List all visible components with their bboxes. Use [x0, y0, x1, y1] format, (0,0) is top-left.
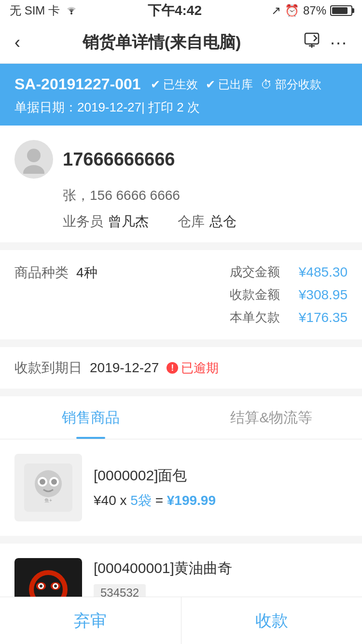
order-number: SA-20191227-001 [14, 75, 141, 93]
received-row: 收款金额 ¥308.95 [230, 286, 348, 303]
back-button[interactable]: ‹ [14, 32, 20, 53]
warehouse-item: 仓库 总仓 [178, 212, 237, 231]
price-base-1: ¥40 x [94, 493, 130, 508]
status-right: ↗ ⏰ 87% [271, 4, 352, 17]
svg-point-0 [70, 13, 72, 14]
type-count: 4种 [76, 264, 97, 282]
battery-icon [330, 5, 352, 16]
list-item: 鱼+ [0000002]面包 ¥40 x 5袋 = ¥199.99 [0, 439, 362, 536]
sales-rep-value: 曾凡杰 [108, 212, 149, 231]
due-date: 2019-12-27 [90, 360, 159, 376]
price-eq-1: = [152, 493, 167, 508]
svg-point-18 [40, 585, 42, 588]
svg-point-2 [27, 149, 41, 162]
amount-label: 成交金额 [230, 264, 280, 280]
svg-point-19 [54, 585, 57, 588]
product-info-1: [0000002]面包 ¥40 x 5袋 = ¥199.99 [94, 466, 348, 510]
nav-actions: ··· [303, 31, 348, 53]
customer-row: 17666666666 [14, 140, 348, 179]
svg-point-8 [40, 479, 45, 485]
share-button[interactable] [303, 31, 320, 53]
tabs-bar: 销售商品 结算&物流等 [0, 396, 362, 439]
price-total-1: ¥199.99 [167, 493, 216, 508]
product-name-1: [0000002]面包 [94, 466, 348, 486]
tab-underline [76, 437, 105, 439]
header-banner: SA-20191227-001 ✔ 已生效 ✔ 已出库 ⏱ 部分收款 单据日期：… [0, 64, 362, 126]
check-icon-2: ✔ [206, 78, 215, 91]
collect-label: 收款 [255, 610, 288, 632]
owe-row: 本单欠款 ¥176.35 [230, 309, 348, 326]
avatar [14, 140, 53, 179]
customer-phone: 17666666666 [63, 149, 175, 170]
status-badges: ✔ 已生效 ✔ 已出库 ⏱ 部分收款 [151, 77, 321, 92]
status-badge-effective: ✔ 已生效 [151, 77, 198, 92]
owe-value: ¥176.35 [290, 310, 348, 325]
summary-left: 商品种类 4种 [14, 264, 97, 282]
tab-products[interactable]: 销售商品 [0, 396, 181, 439]
warehouse-label: 仓库 [178, 212, 205, 231]
svg-text:鱼+: 鱼+ [44, 498, 52, 503]
location-icon: ↗ [271, 4, 281, 17]
summary-section: 商品种类 4种 成交金额 ¥485.30 收款金额 ¥308.95 本单欠款 ¥… [0, 250, 362, 339]
warehouse-value: 总仓 [209, 212, 237, 231]
page-title: 销货单详情(来自电脑) [83, 31, 241, 54]
owe-label: 本单欠款 [230, 309, 280, 326]
reject-button[interactable]: 弃审 [0, 597, 181, 644]
wifi-icon [65, 4, 78, 17]
overdue-icon: ! [167, 362, 178, 374]
product-thumb-1: 鱼+ [14, 454, 82, 521]
reject-label: 弃审 [74, 610, 107, 632]
amount-value: ¥485.30 [290, 265, 348, 280]
svg-point-9 [51, 479, 57, 485]
header-date: 单据日期：2019-12-27| 打印 2 次 [14, 99, 348, 116]
bottom-bar: 弃审 收款 [0, 597, 362, 644]
tab-settlement[interactable]: 结算&物流等 [181, 396, 362, 439]
no-sim-text: 无 SIM 卡 [10, 3, 60, 18]
more-button[interactable]: ··· [330, 32, 348, 53]
overdue-text: 已逾期 [181, 360, 219, 377]
status-time: 下午4:42 [148, 1, 202, 20]
check-icon-1: ✔ [151, 78, 160, 91]
status-left: 无 SIM 卡 [10, 3, 78, 18]
received-label: 收款金额 [230, 286, 280, 303]
product-name-2: [000400001]黄油曲奇 [94, 559, 348, 578]
clock-icon: ⏱ [261, 78, 272, 91]
order-row: SA-20191227-001 ✔ 已生效 ✔ 已出库 ⏱ 部分收款 [14, 75, 348, 93]
battery-text: 87% [303, 4, 326, 17]
collect-button[interactable]: 收款 [181, 597, 362, 644]
product-price-1: ¥40 x 5袋 = ¥199.99 [94, 491, 348, 510]
sales-rep-item: 业务员 曾凡杰 [63, 212, 149, 231]
status-badge-shipped: ✔ 已出库 [206, 77, 253, 92]
received-value: ¥308.95 [290, 287, 348, 303]
amount-row: 成交金额 ¥485.30 [230, 264, 348, 280]
status-badge-partial: ⏱ 部分收款 [261, 77, 321, 92]
customer-meta: 业务员 曾凡杰 仓库 总仓 [63, 212, 348, 231]
svg-point-3 [23, 165, 44, 174]
nav-bar: ‹ 销货单详情(来自电脑) ··· [0, 21, 362, 64]
tab-settlement-label: 结算&物流等 [230, 408, 312, 428]
status-bar: 无 SIM 卡 下午4:42 ↗ ⏰ 87% [0, 0, 362, 21]
customer-name: 张，156 6666 6666 [63, 186, 348, 205]
tab-products-label: 销售商品 [62, 408, 120, 428]
customer-section: 17666666666 张，156 6666 6666 业务员 曾凡杰 仓库 总… [0, 126, 362, 242]
overdue-badge: ! 已逾期 [167, 360, 219, 377]
summary-right: 成交金额 ¥485.30 收款金额 ¥308.95 本单欠款 ¥176.35 [230, 264, 348, 326]
price-qty-1: 5袋 [130, 493, 152, 508]
due-label: 收款到期日 [14, 359, 82, 377]
sales-rep-label: 业务员 [63, 212, 103, 231]
type-label: 商品种类 [14, 264, 69, 282]
alarm-icon: ⏰ [285, 4, 299, 17]
due-section: 收款到期日 2019-12-27 ! 已逾期 [0, 347, 362, 389]
